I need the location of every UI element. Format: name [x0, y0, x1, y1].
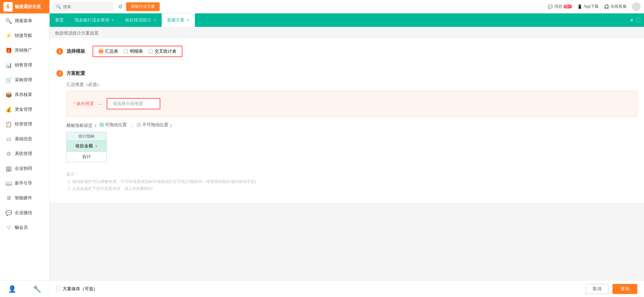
sidebar-item-label: 企业微信 [15, 210, 32, 216]
tips-section: 提示： 1. 拖动标题栏可以调整布局，不可跨维度或指标区域拖动栏目字段(只能在同… [66, 167, 637, 196]
cancel-button[interactable]: 取消 [586, 284, 608, 294]
building-icon: 🏢 [5, 165, 12, 172]
sidebar-item-member[interactable]: ▽ 畅会员 [0, 220, 49, 235]
step1-block: 1 选择模板 汇总表 明细表 [56, 42, 182, 61]
sidebar-item-label: 新手引导 [15, 180, 32, 186]
radio-detail-label: 明细表 [130, 48, 143, 54]
step2-block: 2 方案配置 [56, 70, 637, 77]
industry-btn[interactable]: 体验行业方案 [126, 2, 160, 11]
sidebar-item-label: 基础信息 [15, 136, 32, 142]
chart-icon: 📊 [5, 62, 12, 68]
folder-icon: 🗂 [5, 136, 12, 142]
crown-icon: ▽ [5, 225, 12, 230]
tab-expand-icon[interactable]: ⛶ [636, 18, 641, 23]
gear-icon: ⚙ [5, 151, 12, 157]
indicator-settings-label: 模板指标设定（ 可拖动位置 | 不可拖动位置 ） [66, 122, 174, 129]
radio-cross[interactable]: 交叉统计表 [148, 48, 176, 54]
tip-item-2: 2. 点击标题栏下拉可设置排序、插入列和删除列 [68, 185, 637, 193]
tabs-actions: ✕ ⛶ [630, 18, 644, 23]
indicator-row-cell: 合计 [67, 151, 106, 162]
service-label: 在线客服 [610, 4, 627, 9]
search-input[interactable] [63, 4, 110, 9]
user-avatar[interactable] [632, 2, 641, 11]
radio-detail[interactable]: 明细表 [123, 48, 143, 54]
box-icon: 📦 [5, 92, 12, 98]
unmovable-box [137, 123, 141, 127]
save-checkbox[interactable] [56, 287, 61, 291]
topbar: 🔍 ⚙ 体验行业方案 💬 消息 99+ 📱 App下载 🎧 在线客服 [50, 0, 644, 13]
radio-cross-circle [148, 49, 153, 54]
unmovable-label: 不可拖动位置 [142, 122, 168, 128]
tab-cash-bank-close[interactable]: ✕ [111, 18, 114, 22]
save-label: 方案保存（可选） [63, 286, 98, 292]
sidebar-item-operation[interactable]: 📋 经营管理 [0, 117, 49, 132]
tab-bar: 首页 现金银行流水查询 ✕ 收款情况统计 ✕ 新建方案 ✕ ✕ ⛶ [50, 13, 644, 27]
sidebar-item-marketing[interactable]: 🎁 营销推广 [0, 43, 49, 58]
sidebar-item-label: 搜索菜单 [15, 18, 32, 24]
bottom-bar: 方案保存（可选） 取消 查询 [50, 280, 644, 297]
tab-collection-stat[interactable]: 收款情况统计 ✕ [120, 13, 162, 27]
tab-home[interactable]: 首页 [50, 13, 69, 27]
message-btn[interactable]: 💬 消息 99+ [548, 4, 572, 9]
radio-summary-circle [99, 49, 103, 54]
tab-cash-bank-label: 现金银行流水查询 [74, 17, 109, 23]
step1-title: 选择模板 [66, 48, 85, 54]
page-content: 收款情况统计方案设置 1 选择模板 汇总表 [50, 27, 644, 280]
sidebar-item-label: 畅会员 [15, 225, 28, 231]
dimension-select[interactable]: 请选择分组维度 [107, 98, 160, 109]
settings-icon[interactable]: ⚙ [118, 3, 123, 10]
sidebar-bottom-icon2[interactable]: 🔧 [33, 285, 41, 293]
sidebar-item-label: 系统管理 [15, 151, 32, 157]
sidebar-item-hardware[interactable]: 🖥 智能硬件 [0, 191, 49, 205]
sidebar-item-quick-nav[interactable]: ⚡ 快捷导航 [0, 28, 49, 43]
sidebar-item-sales[interactable]: 📊 销售管理 [0, 58, 49, 72]
chat-icon: 💬 [5, 210, 12, 216]
download-icon: 📱 [577, 4, 582, 9]
movable-indicator: 可拖动位置 [100, 122, 127, 128]
step1-badge: 1 [56, 48, 63, 55]
download-btn[interactable]: 📱 App下载 [577, 4, 599, 9]
radio-detail-circle [123, 49, 128, 54]
sidebar-item-purchase[interactable]: 🛒 采购管理 [0, 72, 49, 87]
message-icon: 💬 [548, 4, 553, 9]
unmovable-indicator: 不可拖动位置 [137, 122, 168, 128]
tab-close-all-icon[interactable]: ✕ [630, 18, 634, 23]
monitor-icon: 🖥 [5, 195, 12, 201]
query-button[interactable]: 查询 [612, 284, 637, 294]
dropdown-icon[interactable]: ∨ [95, 144, 98, 148]
template-selector: 汇总表 明细表 交叉统计表 [93, 46, 182, 57]
tab-new-plan-label: 新建方案 [167, 17, 184, 23]
dimension-area: * 纵向维度 — 请选择分组维度 [66, 91, 637, 116]
tab-new-plan-close[interactable]: ✕ [186, 18, 190, 22]
headset-icon: 🎧 [604, 4, 609, 9]
dimension-placeholder: 请选择分组维度 [113, 101, 143, 106]
sidebar: 6 畅捷通好生意 标准版 🔍 搜索菜单 ⚡ 快捷导航 🎁 营销推广 📊 销售管理… [0, 0, 50, 297]
sidebar-bottom: 👤 🔧 [0, 280, 49, 297]
radio-summary[interactable]: 汇总表 [99, 48, 118, 54]
dimension-section-label: 汇总维度（必选） [66, 82, 637, 88]
sidebar-bottom-icon1[interactable]: 👤 [8, 285, 16, 293]
radio-cross-label: 交叉统计表 [155, 48, 176, 54]
step2-badge: 2 [56, 70, 63, 77]
sidebar-item-enterprise[interactable]: 🏢 企业协同 [0, 161, 49, 176]
tips-title: 提示： [66, 172, 78, 177]
sidebar-item-system[interactable]: ⚙ 系统管理 [0, 146, 49, 161]
sidebar-item-guide[interactable]: 📖 新手引导 [0, 176, 49, 191]
tab-new-plan[interactable]: 新建方案 ✕ [162, 13, 195, 27]
indicator-column-header[interactable]: 收款金额 ∨ [67, 141, 106, 151]
tab-cash-bank[interactable]: 现金银行流水查询 ✕ [69, 13, 120, 27]
tab-collection-stat-close[interactable]: ✕ [153, 18, 156, 22]
service-btn[interactable]: 🎧 在线客服 [604, 4, 627, 9]
topbar-search-box[interactable]: 🔍 [53, 2, 113, 11]
sidebar-item-base[interactable]: 🗂 基础信息 [0, 132, 49, 146]
search-icon: 🔍 [5, 18, 12, 24]
sidebar-item-search[interactable]: 🔍 搜索菜单 [0, 13, 49, 28]
indicator-grid: 统计指标 收款金额 ∨ 合计 [66, 132, 107, 162]
sidebar-item-inventory[interactable]: 📦 库存核算 [0, 87, 49, 102]
search-icon: 🔍 [56, 4, 61, 9]
topbar-right: 💬 消息 99+ 📱 App下载 🎧 在线客服 [548, 2, 641, 11]
sidebar-item-wechat[interactable]: 💬 企业微信 [0, 205, 49, 220]
page-header: 收款情况统计方案设置 [50, 27, 644, 38]
sidebar-item-finance[interactable]: 💰 资金管理 [0, 102, 49, 117]
sidebar-item-label: 经营管理 [15, 121, 32, 127]
